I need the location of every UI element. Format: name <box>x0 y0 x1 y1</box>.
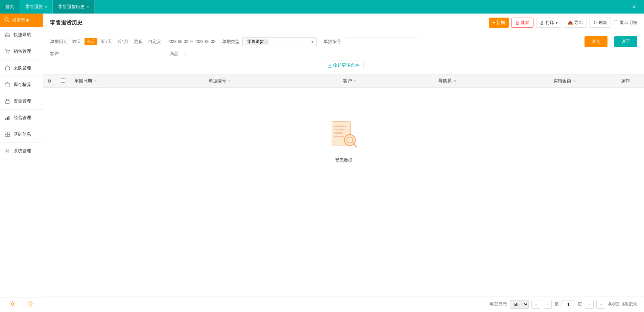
doc-type-tag-remove[interactable]: × <box>265 40 267 44</box>
total-records-text: 共0页, 0条记录 <box>608 301 637 307</box>
svg-marker-16 <box>28 302 31 306</box>
table-container: ⚙ 单据日期 ⇅ 单据编号 ⇅ <box>43 74 644 296</box>
sidebar-item-basic[interactable]: 基础信息 <box>0 126 43 143</box>
sidebar-item-system[interactable]: 系统管理 <box>0 143 43 159</box>
query-button[interactable]: 查询 <box>585 36 607 47</box>
svg-rect-10 <box>5 132 7 134</box>
pagination-bar: 每页显示 10 20 50 100 « ‹ 第 页 › » 共0页, 0条记录 <box>43 296 644 312</box>
doc-type-select[interactable]: 零售退货 × ▾ <box>242 37 317 46</box>
date-filter-buttons: 昨天 今天 近7天 近1月 更多 自定义 <box>70 38 163 45</box>
sidebar-item-operation[interactable]: 经营管理 <box>0 110 43 126</box>
filter-area: 单据日期 昨天 今天 近7天 近1月 更多 自定义 2023-06-02 至 2… <box>43 32 644 74</box>
col-doc-date[interactable]: 单据日期 ⇅ <box>70 74 205 88</box>
new-button[interactable]: + 新增 <box>489 18 509 28</box>
page-number-input[interactable] <box>562 300 575 308</box>
sidebar: 搜索菜单 快捷导航 销售管理 采购管理 库存核算 <box>0 14 43 312</box>
date-btn-more[interactable]: 更多 <box>132 38 145 45</box>
col-settings: ⚙ <box>43 74 57 88</box>
delete-icon: 🗑 <box>515 20 520 25</box>
collapse-filter-button[interactable]: △ 收起更多条件 <box>324 61 364 70</box>
table-body: 暂无数据 <box>43 88 644 194</box>
goods-input[interactable] <box>181 50 283 57</box>
page-title: 零售退货历史 <box>50 19 82 26</box>
date-filter-item: 单据日期 昨天 今天 近7天 近1月 更多 自定义 2023-06-02 至 2… <box>50 38 215 45</box>
sidebar-item-purchase[interactable]: 采购管理 <box>0 60 43 76</box>
last-page-button[interactable]: » <box>596 300 605 309</box>
select-all-checkbox[interactable] <box>61 78 65 83</box>
goods-label: 商品 <box>170 51 178 57</box>
svg-point-15 <box>11 303 14 305</box>
tab-home[interactable]: 首页 <box>0 0 20 14</box>
col-amount[interactable]: 实销金额 ⇅ <box>549 74 617 88</box>
tab-retail-return-label: 零售退货 <box>25 4 43 10</box>
tab-retail-return[interactable]: 零售退货 × <box>20 0 53 14</box>
sidebar-item-finance[interactable]: 资金管理 <box>0 93 43 110</box>
col-guide[interactable]: 导购员 ⇅ <box>434 74 549 88</box>
goods-filter-item: 商品 <box>170 50 283 57</box>
refresh-icon: ↻ <box>593 20 597 25</box>
display-detail-checkbox[interactable] <box>614 20 618 25</box>
table-settings-icon[interactable]: ⚙ <box>47 79 51 84</box>
date-btn-1month[interactable]: 近1月 <box>115 38 130 45</box>
export-button[interactable]: 📤 导出 <box>564 18 587 28</box>
col-guide-label: 导购员 <box>438 78 452 83</box>
tab-retail-return-history-close[interactable]: × <box>87 5 89 9</box>
svg-rect-13 <box>8 135 10 137</box>
doc-type-filter-item: 单据类型 零售退货 × ▾ <box>222 37 317 46</box>
window-close-button[interactable]: × <box>629 2 639 12</box>
tab-retail-return-history[interactable]: 零售退货历史 × <box>53 0 94 14</box>
first-page-button[interactable]: « <box>531 300 540 309</box>
delete-button[interactable]: 🗑 删除 <box>511 18 533 28</box>
display-detail-toggle[interactable]: 显示明细 <box>614 20 637 26</box>
print-button[interactable]: 🖨 打印 ▾ <box>536 18 561 28</box>
sidebar-item-sales[interactable]: 销售管理 <box>0 43 43 60</box>
volume-button[interactable] <box>27 301 33 309</box>
col-doc-no-label: 单据编号 <box>209 78 226 83</box>
filter-row-1: 单据日期 昨天 今天 近7天 近1月 更多 自定义 2023-06-02 至 2… <box>50 36 637 47</box>
empty-state-row: 暂无数据 <box>43 88 644 194</box>
col-customer-label: 客户 <box>343 78 352 83</box>
date-btn-7days[interactable]: 近7天 <box>99 38 114 45</box>
svg-rect-6 <box>6 101 9 104</box>
col-customer[interactable]: 客户 ⇅ <box>339 74 434 88</box>
tab-retail-return-close[interactable]: × <box>45 5 47 9</box>
settings-button[interactable]: 设置 <box>614 36 637 47</box>
svg-line-24 <box>353 143 357 147</box>
sidebar-item-quick-nav[interactable]: 快捷导航 <box>0 27 43 43</box>
svg-point-14 <box>7 150 8 152</box>
chart-icon <box>4 114 11 121</box>
col-ops-label: 操作 <box>621 78 630 83</box>
empty-state-icon <box>327 118 361 152</box>
col-guide-sort-icon: ⇅ <box>454 79 456 83</box>
sidebar-item-inventory[interactable]: 库存核算 <box>0 76 43 93</box>
customer-label: 客户 <box>50 51 59 57</box>
customer-input[interactable] <box>62 50 163 57</box>
empty-state-text: 暂无数据 <box>335 157 353 163</box>
sidebar-item-quick-nav-label: 快捷导航 <box>14 32 31 38</box>
doc-no-input[interactable] <box>344 38 418 46</box>
page-size-select[interactable]: 10 20 50 100 <box>510 300 529 309</box>
date-btn-yesterday[interactable]: 昨天 <box>70 38 83 45</box>
date-btn-custom[interactable]: 自定义 <box>146 38 163 45</box>
svg-rect-12 <box>5 135 7 137</box>
settings-icon <box>4 148 11 154</box>
col-checkbox <box>57 74 70 88</box>
col-amount-label: 实销金额 <box>553 78 571 83</box>
next-page-button[interactable]: › <box>585 300 594 309</box>
svg-rect-11 <box>8 132 10 134</box>
refresh-button[interactable]: ↻ 刷新 <box>590 18 611 28</box>
tab-retail-return-history-label: 零售退货历史 <box>58 4 85 10</box>
col-doc-no[interactable]: 单据编号 ⇅ <box>205 74 339 88</box>
gear-button[interactable] <box>9 301 16 309</box>
sidebar-bottom <box>0 297 43 312</box>
svg-rect-5 <box>5 84 10 87</box>
tab-home-label: 首页 <box>5 4 14 10</box>
date-btn-today[interactable]: 今天 <box>85 38 97 45</box>
search-menu-button[interactable]: 搜索菜单 <box>0 14 43 27</box>
date-range-display: 2023-06-02 至 2023-06-02 <box>167 39 215 45</box>
col-customer-sort-icon: ⇅ <box>354 79 357 83</box>
sidebar-item-sales-label: 销售管理 <box>14 48 31 54</box>
collapse-up-icon: △ <box>328 63 332 68</box>
svg-rect-7 <box>5 118 6 120</box>
prev-page-button[interactable]: ‹ <box>543 300 552 309</box>
